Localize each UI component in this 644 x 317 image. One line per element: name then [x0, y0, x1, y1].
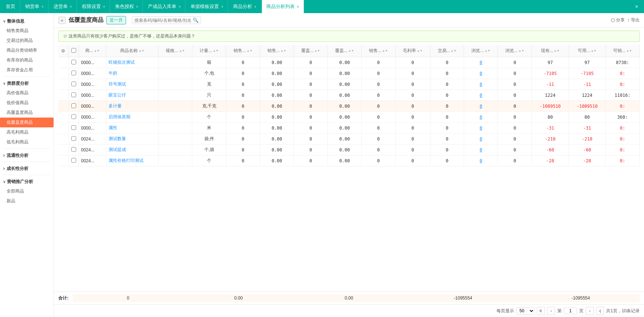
cell-checkbox-6[interactable] — [68, 123, 79, 134]
nav-tab-analysis[interactable]: 商品分析 × — [229, 0, 261, 13]
export-button[interactable]: ↑ 导出 — [628, 17, 640, 23]
cell-name-6[interactable]: 属性 — [106, 123, 158, 134]
th-settings[interactable]: ⚙ — [58, 45, 68, 57]
cell-browse1-9[interactable]: 0 — [464, 155, 498, 166]
cell-name-0[interactable]: 旺辅批次测试 — [106, 57, 158, 68]
cell-browse1-6[interactable]: 0 — [464, 123, 498, 134]
nav-tab-permissions-close[interactable]: × — [103, 5, 105, 9]
cell-checkbox-2[interactable] — [68, 79, 79, 90]
nav-tab-purchase[interactable]: 进货单 × — [49, 0, 77, 13]
sidebar-section-cluster[interactable]: ∨ 类群度分析 — [0, 78, 54, 88]
sidebar-item-stock-goods[interactable]: 有库存的商品 — [0, 55, 54, 65]
search-input[interactable] — [134, 18, 193, 23]
th-cover1[interactable]: 覆盖... ▲▼ — [294, 45, 328, 57]
cell-browse1-2[interactable]: 0 — [464, 79, 498, 90]
sidebar-section-growth[interactable]: > 成长性分析 — [0, 163, 54, 173]
th-sellable[interactable]: 可销... ▲▼ — [606, 45, 640, 57]
cell-browse1-5[interactable]: 0 — [464, 112, 498, 123]
cell-browse1-8[interactable]: 0 — [464, 144, 498, 155]
th-code[interactable]: 商... ▲▼ — [79, 45, 106, 57]
settings-icon[interactable]: ⚙ — [61, 48, 65, 54]
nav-tab-template[interactable]: 单据模板设置 × — [186, 0, 228, 13]
nav-tab-purchase-close[interactable]: × — [70, 5, 72, 9]
nav-tab-finished-close[interactable]: × — [178, 5, 181, 9]
table-container[interactable]: ⚙ 商... ▲▼ 商品名称 — [54, 45, 644, 292]
row-checkbox-6[interactable] — [71, 125, 76, 130]
sidebar-section-overall[interactable]: ∨ 整体信息 — [0, 16, 54, 26]
nav-tab-template-close[interactable]: × — [221, 5, 223, 9]
nav-tab-role[interactable]: 角色授权 × — [111, 0, 143, 13]
cell-name-3[interactable]: 眼宝公仔 — [106, 90, 158, 101]
cell-checkbox-3[interactable] — [68, 90, 79, 101]
th-gross-rate[interactable]: 毛利率 ▲▼ — [395, 45, 430, 57]
nav-tab-permissions[interactable]: 权限设置 × — [78, 0, 110, 13]
th-spec[interactable]: 规格... ▲▼ — [158, 45, 192, 57]
th-avail-qty[interactable]: 可用... ▲▼ — [569, 45, 605, 57]
cell-name-5[interactable]: 启用保质期 — [106, 112, 158, 123]
th-sales-qty[interactable]: 销售... ▲▼ — [226, 45, 260, 57]
cell-checkbox-5[interactable] — [68, 112, 79, 123]
cell-name-7[interactable]: 测试数量 — [106, 134, 158, 144]
sidebar-item-capital-occupation[interactable]: 库存资金占用 — [0, 65, 54, 75]
cell-checkbox-0[interactable] — [68, 57, 79, 68]
page-size-select[interactable]: 50 100 200 — [516, 307, 535, 314]
sidebar-item-new-goods[interactable]: 新品 — [0, 196, 54, 206]
cell-name-9[interactable]: 属性价格打印测试 — [106, 155, 158, 166]
row-checkbox-4[interactable] — [71, 103, 76, 108]
row-checkbox-7[interactable] — [71, 136, 76, 141]
cell-name-2[interactable]: 符号测试 — [106, 79, 158, 90]
row-checkbox-2[interactable] — [71, 82, 76, 86]
cell-checkbox-7[interactable] — [68, 134, 79, 144]
cell-browse1-4[interactable]: 0 — [464, 101, 498, 112]
th-sales-amt[interactable]: 销售... ▲▼ — [260, 45, 294, 57]
cell-name-8[interactable]: 测试提成 — [106, 144, 158, 155]
sidebar-section-marketing[interactable]: ∨ 营销推广分析 — [0, 177, 54, 186]
th-name[interactable]: 商品名称 ▲▼ — [106, 45, 158, 57]
nav-tab-finished[interactable]: 产成品入库单 × — [144, 0, 185, 13]
th-checkbox[interactable] — [68, 45, 79, 57]
sidebar-item-high-value[interactable]: 高价值商品 — [0, 88, 54, 98]
th-sales2[interactable]: 销售... ▲▼ — [361, 45, 395, 57]
row-checkbox-5[interactable] — [71, 114, 76, 119]
nav-tab-home[interactable]: 首页 — [3, 0, 20, 13]
nav-tab-analysis-list-close[interactable]: × — [297, 5, 299, 9]
sidebar-item-all-goods[interactable]: 全部商品 — [0, 186, 54, 196]
cell-checkbox-8[interactable] — [68, 144, 79, 155]
sidebar-section-flow[interactable]: > 流通性分析 — [0, 150, 54, 160]
search-icon[interactable]: 🔍 — [193, 17, 199, 23]
nav-tab-sales[interactable]: 销货单 × — [21, 0, 48, 13]
select-all-checkbox[interactable] — [71, 48, 76, 53]
nav-tab-analysis-close[interactable]: × — [254, 5, 256, 9]
cell-browse1-3[interactable]: 0 — [464, 90, 498, 101]
th-browse2[interactable]: 浏览... ▲▼ — [498, 45, 532, 57]
th-trade[interactable]: 交易... ▲▼ — [430, 45, 464, 57]
th-cover2[interactable]: 覆盖... ▲▼ — [327, 45, 361, 57]
row-checkbox-8[interactable] — [71, 147, 76, 152]
first-page-button[interactable]: K — [537, 307, 545, 315]
cell-checkbox-9[interactable] — [68, 155, 79, 166]
window-close-button[interactable]: × — [632, 4, 641, 9]
th-current-qty[interactable]: 现有... ▲▼ — [532, 45, 569, 57]
cell-checkbox-4[interactable] — [68, 101, 79, 112]
nav-tab-analysis-list[interactable]: 商品分析列表 × — [262, 0, 304, 13]
th-unit[interactable]: 计量... ▲▼ — [192, 45, 226, 57]
cell-checkbox-1[interactable] — [68, 68, 79, 79]
sidebar-item-category-rate[interactable]: 商品分类动销率 — [0, 45, 54, 55]
share-button[interactable]: ⬡ 分享 — [611, 17, 625, 23]
time-filter-button[interactable]: 近一月 — [106, 16, 126, 24]
sidebar-item-sales-goods[interactable]: 销售类商品 — [0, 26, 54, 36]
cell-name-1[interactable]: 牛奶 — [106, 68, 158, 79]
next-page-button[interactable]: › — [586, 307, 594, 315]
cell-browse1-1[interactable]: 0 — [464, 68, 498, 79]
row-checkbox-1[interactable] — [71, 71, 76, 75]
sidebar-item-low-profit[interactable]: 低毛利商品 — [0, 137, 54, 147]
cell-browse1-7[interactable]: 0 — [464, 134, 498, 144]
nav-tab-sales-close[interactable]: × — [42, 5, 44, 9]
sidebar-item-low-value[interactable]: 低价值商品 — [0, 98, 54, 108]
row-checkbox-0[interactable] — [71, 60, 76, 64]
row-checkbox-9[interactable] — [71, 158, 76, 163]
sidebar-collapse-button[interactable]: « — [58, 17, 66, 24]
sidebar-item-high-profit[interactable]: 高毛利商品 — [0, 127, 54, 137]
sidebar-item-low-coverage[interactable]: 低覆盖度商品 — [0, 118, 54, 127]
th-browse1[interactable]: 浏览... ▲▼ — [464, 45, 498, 57]
